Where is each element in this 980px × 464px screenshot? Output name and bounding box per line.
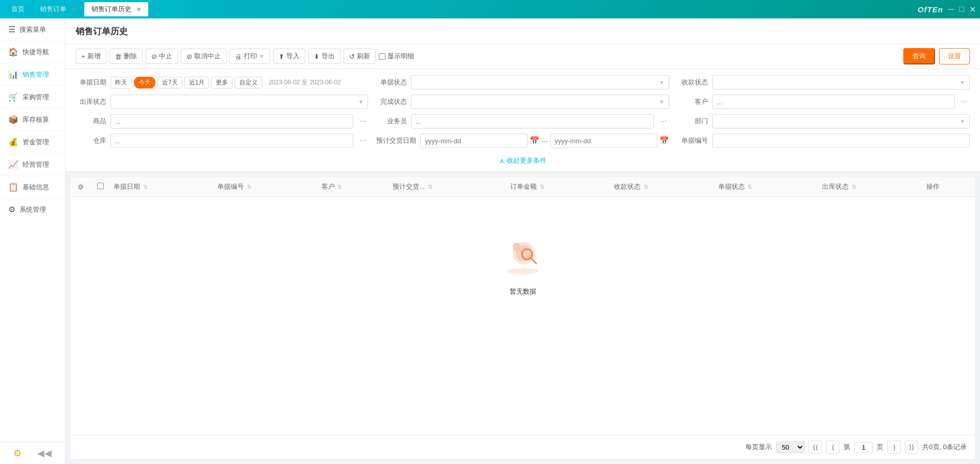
th-customer-sort[interactable]: ⇅ xyxy=(337,184,342,190)
date-btn-custom[interactable]: 自定义 xyxy=(235,77,262,89)
warehouse-input[interactable] xyxy=(110,134,353,148)
sidebar-item-inventory[interactable]: 📦 库存核算 xyxy=(0,108,65,131)
date-btn-7days[interactable]: 近7天 xyxy=(157,77,183,89)
sidebar-sales-label: 销售管理 xyxy=(22,70,49,79)
page-label-2: 页 xyxy=(877,443,883,452)
tab-home[interactable]: 首页 xyxy=(4,2,32,16)
delivery-date-end[interactable] xyxy=(550,134,657,148)
calendar-start-icon[interactable]: 📅 xyxy=(530,136,539,145)
window-minimize[interactable]: ─ xyxy=(948,5,954,14)
th-date: 单据日期 ⇅ xyxy=(109,177,213,197)
filter-salesperson-section: 业务员 ··· xyxy=(376,114,669,128)
window-maximize[interactable]: □ xyxy=(959,5,964,14)
th-date-sort[interactable]: ⇅ xyxy=(143,184,148,190)
page-first-button[interactable]: ⟨⟨ xyxy=(809,440,822,454)
select-all-checkbox[interactable] xyxy=(97,183,104,189)
page-prev-button[interactable]: ⟨ xyxy=(826,440,839,454)
page-next-button[interactable]: ⟩ xyxy=(887,440,901,454)
sidebar-inventory-label: 库存核算 xyxy=(22,115,49,124)
show-detail-checkbox[interactable]: 显示明细 xyxy=(379,52,414,61)
complete-status-label: 完成状态 xyxy=(376,97,407,106)
bill-status-select[interactable]: ▼ xyxy=(411,75,669,90)
salesperson-input[interactable] xyxy=(411,114,654,128)
sidebar-item-sales[interactable]: 📊 销售管理 xyxy=(0,63,65,86)
tab-sales-order[interactable]: 销售订单 ✕ xyxy=(33,2,83,16)
query-button[interactable]: 查询 xyxy=(903,48,935,64)
search-icon: ☰ xyxy=(8,25,15,34)
calendar-end-icon[interactable]: 📅 xyxy=(659,136,669,145)
date-btn-1month[interactable]: 近1月 xyxy=(185,77,210,89)
bill-no-label: 单据编号 xyxy=(677,136,708,145)
warehouse-ellipsis[interactable]: ··· xyxy=(357,136,368,145)
customer-ellipsis[interactable]: ··· xyxy=(959,97,970,106)
sidebar-item-finance[interactable]: 💰 资金管理 xyxy=(0,131,65,153)
date-btn-yesterday[interactable]: 昨天 xyxy=(110,77,132,89)
sidebar-item-operations[interactable]: 📈 经营管理 xyxy=(0,153,65,176)
tab-sales-history[interactable]: 销售订单历史 ✕ xyxy=(84,2,148,16)
delete-button[interactable]: 🗑 删除 xyxy=(109,49,143,64)
customer-input[interactable] xyxy=(712,95,955,109)
print-label: 打印 xyxy=(244,52,257,61)
brand-label: OfTEn xyxy=(918,5,943,14)
th-payment-status-sort[interactable]: ⇅ xyxy=(644,184,648,190)
import-button[interactable]: ⬆ 导入 xyxy=(273,49,305,64)
sidebar-operations-label: 经营管理 xyxy=(22,160,49,169)
goods-label: 商品 xyxy=(76,117,106,126)
sidebar-item-quicknav[interactable]: 🏠 快捷导航 xyxy=(0,41,65,63)
th-customer-label: 客户 xyxy=(322,183,335,190)
cancel-stop-button[interactable]: ⊘ 取消中止 xyxy=(181,49,226,64)
sidebar-item-purchase[interactable]: 🛒 采购管理 xyxy=(0,86,65,108)
stock-status-select[interactable]: ▼ xyxy=(110,95,368,109)
th-delivery-label: 预计交货... xyxy=(393,183,425,190)
sidebar-item-system[interactable]: ⚙ 系统管理 xyxy=(0,198,65,221)
export-button[interactable]: ⬇ 导出 xyxy=(308,49,340,64)
payment-status-select[interactable]: ▼ xyxy=(712,75,970,90)
show-detail-input[interactable] xyxy=(379,53,385,60)
goods-input[interactable] xyxy=(110,114,353,128)
sidebar-basics-label: 基础信息 xyxy=(22,183,49,192)
filter-row-4: 仓库 ··· 预计交货日期 📅 — 📅 单据编号 xyxy=(76,134,970,148)
goods-ellipsis[interactable]: ··· xyxy=(357,117,368,126)
delivery-date-start[interactable] xyxy=(420,134,528,148)
window-close[interactable]: ✕ xyxy=(969,5,976,14)
payment-status-arrow: ▼ xyxy=(960,79,965,85)
table-footer: 每页显示 50 10 20 100 ⟨⟨ ⟨ 第 页 ⟩ ⟩⟩ 共0页, 0条记… xyxy=(71,435,975,459)
complete-status-select[interactable]: ▼ xyxy=(411,95,669,109)
bill-no-input[interactable] xyxy=(712,134,970,148)
date-range-text: 2023-06-02 至 2023-06-02 xyxy=(268,78,340,87)
page-last-button[interactable]: ⟩⟩ xyxy=(905,440,918,454)
sidebar-item-basics[interactable]: 📋 基础信息 xyxy=(0,176,65,198)
th-checkbox[interactable] xyxy=(91,177,109,197)
th-amount-sort[interactable]: ⇅ xyxy=(540,184,544,190)
date-btn-today[interactable]: 今天 xyxy=(134,77,155,89)
sidebar-expand-icon[interactable]: ◀◀ xyxy=(37,448,52,459)
th-delivery-sort[interactable]: ⇅ xyxy=(428,184,432,190)
th-stock-status: 出库状态 ⇅ xyxy=(818,177,922,197)
th-settings[interactable]: ⚙ xyxy=(71,177,91,197)
page-size-label: 每页显示 xyxy=(745,443,772,452)
page-label: 第 xyxy=(844,443,850,452)
stop-button[interactable]: ⊘ 中止 xyxy=(146,49,178,64)
data-table: ⚙ 单据日期 ⇅ 单据编号 ⇅ 客户 xyxy=(71,177,975,197)
tab-sales-history-close[interactable]: ✕ xyxy=(136,6,141,13)
th-stock-status-sort[interactable]: ⇅ xyxy=(852,184,856,190)
page-size-select[interactable]: 50 10 20 100 xyxy=(776,441,805,453)
th-bill-status-sort[interactable]: ⇅ xyxy=(747,184,752,190)
th-amount: 订单金额 ⇅ xyxy=(506,177,610,197)
sidebar-item-search[interactable]: ☰ 搜索菜单 xyxy=(0,18,65,41)
sidebar-system-label: 系统管理 xyxy=(19,205,46,214)
refresh-button[interactable]: ↺ 刷新 xyxy=(344,49,376,64)
th-bill-no-sort[interactable]: ⇅ xyxy=(247,184,252,190)
salesperson-ellipsis[interactable]: ··· xyxy=(658,117,669,126)
complete-status-arrow: ▼ xyxy=(659,99,665,105)
th-delivery: 预计交货... ⇅ xyxy=(389,177,506,197)
new-button[interactable]: + 新增 xyxy=(76,49,106,64)
sidebar-settings-icon[interactable]: ⚙ xyxy=(13,448,21,459)
date-btn-more[interactable]: 更多 xyxy=(211,77,233,89)
settings-button[interactable]: 设置 xyxy=(939,48,970,64)
tab-sales-order-close[interactable]: ✕ xyxy=(72,6,76,13)
collapse-button[interactable]: ∧ 收起更多条件 xyxy=(76,153,970,165)
page-number-input[interactable] xyxy=(854,442,873,453)
dept-select[interactable]: ▼ xyxy=(712,114,970,128)
print-button[interactable]: 🖨 打印 ▼ xyxy=(230,49,270,64)
